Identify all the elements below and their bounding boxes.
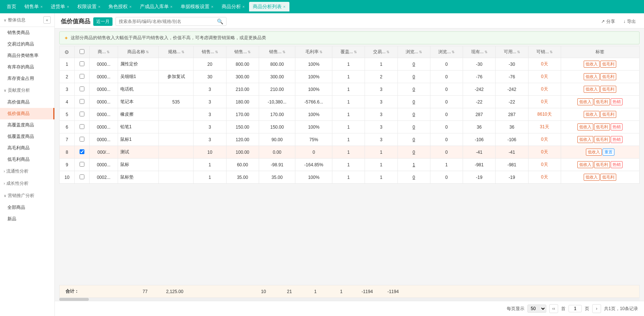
view1-link[interactable]: 0 (413, 74, 415, 79)
sidebar-item-low-margin[interactable]: 低毛利商品 (0, 154, 54, 165)
sidebar-item-category-sales-rate[interactable]: 商品分类销售率 (0, 50, 54, 61)
nav-tab-analysis[interactable]: 商品分析 × (218, 2, 248, 11)
row-checkbox[interactable] (74, 171, 89, 184)
row-checkbox[interactable] (74, 108, 89, 121)
next-page-button[interactable]: › (592, 304, 601, 313)
column-coverage[interactable]: 覆盖...⇅ (332, 46, 365, 58)
column-checkbox[interactable] (74, 46, 89, 58)
row-select-checkbox[interactable] (80, 99, 84, 104)
row-view1[interactable]: 0 (398, 108, 430, 121)
close-icon[interactable]: × (211, 4, 213, 9)
row-view1[interactable]: 0 (398, 171, 430, 184)
row-select-checkbox[interactable] (80, 174, 84, 179)
sidebar-item-all-products[interactable]: 全部商品 (0, 202, 54, 213)
sidebar-item-high-margin[interactable]: 高毛利商品 (0, 142, 54, 154)
column-available[interactable]: 可用...⇅ (496, 46, 528, 58)
row-select-checkbox[interactable] (80, 86, 84, 91)
close-icon[interactable]: × (98, 4, 100, 9)
column-stock[interactable]: 现有...⇅ (463, 46, 496, 58)
sidebar-section-contribution[interactable]: ∨ 贡献度分析 (0, 84, 54, 96)
column-code[interactable]: 商...⇅ (90, 46, 118, 58)
sidebar-item-new-products[interactable]: 新品 (0, 213, 54, 225)
sidebar-item-stocked-products[interactable]: 有库存的商品 (0, 61, 54, 73)
column-name[interactable]: 商品名称⇅ (118, 46, 158, 58)
row-select-checkbox[interactable] (80, 74, 84, 79)
nav-home[interactable]: 首页 (3, 2, 20, 11)
horizontal-scrollbar[interactable] (59, 298, 640, 301)
sidebar-item-low-value[interactable]: 低价值商品 (0, 108, 54, 119)
close-icon[interactable]: × (242, 4, 245, 9)
period-button[interactable]: 近一月 (93, 17, 113, 26)
sidebar-section-overall[interactable]: ∨ 整体信息 (4, 17, 26, 23)
sidebar-item-stock-capital[interactable]: 库存资金占用 (0, 73, 54, 84)
column-gear[interactable]: ⚙ (60, 46, 75, 58)
close-icon[interactable]: × (40, 4, 43, 9)
sidebar-section-flow[interactable]: › 流通性分析 (0, 165, 54, 177)
sidebar-section-growth[interactable]: › 成长性分析 (0, 177, 54, 190)
sidebar-section-marketing[interactable]: ∨ 营销推广分析 (0, 190, 54, 202)
row-view1[interactable]: 0 (398, 58, 430, 71)
sidebar-collapse-button[interactable]: « (43, 16, 51, 24)
row-select-checkbox[interactable] (80, 162, 84, 167)
row-checkbox[interactable] (74, 121, 89, 133)
nav-tab-permission[interactable]: 权限设置 × (74, 2, 104, 11)
per-page-select[interactable]: 50 100 200 (527, 305, 546, 313)
row-view1[interactable]: 1 (398, 159, 430, 171)
view1-link[interactable]: 0 (413, 112, 415, 117)
row-view1[interactable]: 0 (398, 146, 430, 159)
close-icon[interactable]: × (170, 4, 172, 9)
row-checkbox[interactable] (74, 71, 89, 83)
row-view1[interactable]: 0 (398, 83, 430, 96)
sidebar-item-low-coverage[interactable]: 低覆盖度商品 (0, 131, 54, 142)
column-sale-amt[interactable]: 销售...⇅ (226, 46, 259, 58)
gear-icon[interactable]: ⚙ (64, 49, 69, 55)
row-view1[interactable]: 0 (398, 71, 430, 83)
sidebar-item-traded-products[interactable]: 交易过的商品 (0, 38, 54, 50)
export-button[interactable]: ↓ 导出 (621, 17, 638, 26)
view1-link[interactable]: 0 (413, 137, 415, 142)
row-select-checkbox[interactable] (80, 124, 84, 129)
row-checkbox[interactable] (74, 146, 89, 159)
nav-tab-analysis-list[interactable]: 商品分析列表 × (249, 2, 289, 11)
search-icon[interactable]: 🔍 (217, 18, 223, 24)
scrollbar-thumb[interactable] (59, 298, 89, 301)
column-sale-profit[interactable]: 销售...⇅ (259, 46, 295, 58)
column-trade[interactable]: 交易...⇅ (365, 46, 398, 58)
row-view1[interactable]: 0 (398, 96, 430, 108)
page-number-input[interactable] (568, 305, 582, 312)
nav-tab-sales[interactable]: 销售单 × (21, 2, 46, 11)
row-checkbox[interactable] (74, 159, 89, 171)
view1-link[interactable]: 0 (413, 87, 415, 92)
column-view1[interactable]: 浏览...⇅ (398, 46, 430, 58)
row-select-checkbox[interactable] (80, 149, 84, 154)
nav-tab-product-inbound[interactable]: 产成品入库单 × (136, 2, 176, 11)
close-icon[interactable]: × (129, 4, 131, 9)
column-spec[interactable]: 规格...⇅ (158, 46, 193, 58)
sidebar-item-sales-products[interactable]: 销售类商品 (0, 27, 54, 38)
sidebar-item-high-value[interactable]: 高价值商品 (0, 96, 54, 108)
nav-tab-role[interactable]: 角色授权 × (105, 2, 135, 11)
view1-link[interactable]: 0 (413, 175, 415, 180)
row-view1[interactable]: 0 (398, 133, 430, 146)
column-margin[interactable]: 毛利率⇅ (295, 46, 332, 58)
nav-tab-template[interactable]: 单据模板设置 × (177, 2, 217, 11)
row-view1[interactable]: 0 (398, 121, 430, 133)
view1-link[interactable]: 1 (413, 162, 415, 167)
row-checkbox[interactable] (74, 83, 89, 96)
row-select-checkbox[interactable] (80, 137, 84, 142)
view1-link[interactable]: 0 (413, 150, 415, 155)
close-icon[interactable]: × (283, 4, 285, 9)
row-select-checkbox[interactable] (80, 61, 84, 66)
sidebar-item-high-coverage[interactable]: 高覆盖度商品 (0, 119, 54, 131)
share-button[interactable]: ↗ 分享 (599, 17, 617, 26)
search-input[interactable] (119, 19, 217, 24)
column-view2[interactable]: 浏览...⇅ (430, 46, 463, 58)
row-checkbox[interactable] (74, 133, 89, 146)
view1-link[interactable]: 0 (413, 62, 415, 67)
view1-link[interactable]: 0 (413, 125, 415, 130)
row-select-checkbox[interactable] (80, 112, 84, 116)
nav-tab-purchase[interactable]: 进货单 × (47, 2, 73, 11)
close-icon[interactable]: × (67, 4, 69, 9)
row-checkbox[interactable] (74, 58, 89, 71)
view1-link[interactable]: 0 (413, 99, 415, 105)
